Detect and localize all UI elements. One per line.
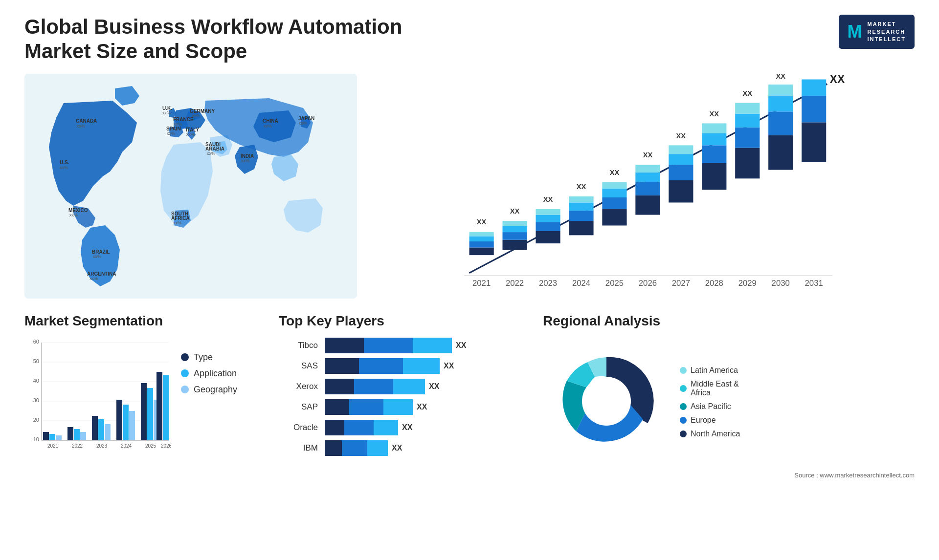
latin-america-dot [680, 367, 687, 374]
svg-text:XX: XX [477, 218, 487, 226]
svg-text:XX: XX [743, 89, 753, 97]
svg-text:U.S.: U.S. [60, 160, 69, 165]
growth-bar-chart: XX XX 2021 XX 2022 [372, 74, 915, 299]
svg-text:2021: 2021 [472, 279, 491, 288]
svg-text:XX: XX [577, 183, 586, 191]
regional-legend: Latin America Middle East &Africa Asia P… [680, 366, 740, 438]
asia-pacific-dot [680, 403, 687, 410]
svg-rect-42 [503, 240, 527, 250]
svg-text:60: 60 [33, 339, 39, 345]
svg-rect-72 [669, 180, 693, 202]
svg-rect-127 [129, 411, 135, 440]
regional-title: Regional Analysis [543, 313, 915, 329]
svg-rect-69 [635, 165, 660, 172]
svg-rect-78 [702, 163, 726, 190]
key-players-section: Top Key Players Tibco XX SAS [279, 313, 523, 456]
svg-text:xx%: xx% [186, 132, 195, 137]
xerox-bar: XX [325, 379, 523, 394]
svg-rect-117 [67, 427, 73, 440]
donut-svg [543, 338, 670, 465]
sap-bar-s3 [383, 399, 413, 415]
svg-text:2022: 2022 [506, 279, 524, 288]
regional-section: Regional Analysis [543, 313, 915, 479]
svg-text:2028: 2028 [705, 279, 723, 288]
svg-text:2026: 2026 [639, 279, 657, 288]
svg-text:xx%: xx% [192, 113, 200, 118]
svg-rect-63 [602, 182, 626, 189]
svg-text:xx%: xx% [89, 276, 98, 281]
svg-text:xx%: xx% [69, 213, 78, 217]
key-players-title: Top Key Players [279, 313, 523, 329]
svg-rect-50 [536, 215, 560, 222]
ibm-bar-s2 [342, 440, 367, 456]
svg-text:xx%: xx% [167, 131, 175, 136]
svg-rect-133 [156, 372, 162, 440]
seg-bar-svg: 60 50 40 30 20 10 [24, 338, 171, 455]
donut-chart [543, 338, 670, 467]
svg-rect-97 [802, 96, 826, 122]
world-map: CANADA xx% U.S. xx% MEXICO xx% BRAZIL xx… [24, 74, 357, 299]
svg-rect-43 [503, 232, 527, 240]
xerox-bar-s2 [354, 379, 393, 394]
svg-rect-38 [470, 236, 494, 241]
svg-text:XX: XX [643, 151, 653, 159]
geography-dot [181, 386, 189, 393]
player-row-xerox: Xerox XX [279, 379, 523, 394]
svg-text:xx%: xx% [173, 220, 181, 225]
svg-text:2025: 2025 [605, 279, 624, 288]
map-svg: CANADA xx% U.S. xx% MEXICO xx% BRAZIL xx… [24, 74, 357, 299]
top-section: CANADA xx% U.S. xx% MEXICO xx% BRAZIL xx… [24, 74, 915, 299]
seg-svg: 60 50 40 30 20 10 [24, 338, 171, 457]
svg-rect-130 [147, 388, 153, 440]
svg-rect-92 [768, 96, 793, 111]
page-wrapper: Global Business Workflow Automation Mark… [0, 0, 939, 560]
svg-text:10: 10 [33, 436, 39, 442]
player-row-oracle: Oracle XX [279, 420, 523, 435]
bar-chart-svg: XX XX 2021 XX 2022 [372, 74, 915, 299]
legend-latin-america: Latin America [680, 366, 740, 375]
svg-rect-44 [503, 226, 527, 232]
sap-bar-s2 [349, 399, 383, 415]
sap-bar-s1 [325, 399, 349, 415]
svg-rect-87 [735, 103, 760, 113]
svg-rect-54 [569, 221, 593, 235]
oracle-bar-s2 [344, 420, 374, 435]
svg-rect-80 [702, 133, 726, 145]
player-row-sas: SAS XX [279, 358, 523, 374]
svg-text:30: 30 [33, 397, 39, 403]
svg-text:2024: 2024 [121, 443, 132, 449]
svg-text:xx%: xx% [241, 158, 249, 163]
svg-text:2025: 2025 [145, 443, 156, 449]
svg-rect-129 [141, 383, 147, 440]
players-list: Tibco XX SAS XX [279, 338, 523, 456]
svg-rect-93 [768, 85, 793, 96]
svg-rect-79 [702, 145, 726, 163]
svg-text:xx%: xx% [162, 110, 171, 115]
svg-rect-66 [635, 195, 660, 215]
svg-text:2031: 2031 [805, 279, 823, 288]
svg-text:20: 20 [33, 417, 39, 423]
svg-rect-67 [635, 182, 660, 195]
europe-dot [680, 417, 687, 424]
sas-bar-s1 [325, 358, 359, 374]
svg-rect-37 [470, 241, 494, 248]
svg-rect-60 [602, 209, 626, 225]
svg-rect-75 [669, 145, 693, 154]
svg-rect-119 [80, 432, 86, 440]
svg-text:CHINA: CHINA [263, 118, 278, 124]
player-row-tibco: Tibco XX [279, 338, 523, 353]
svg-rect-114 [49, 434, 55, 440]
svg-rect-125 [116, 400, 122, 440]
svg-text:xx%: xx% [60, 165, 68, 170]
svg-rect-90 [768, 135, 793, 170]
svg-text:XX: XX [830, 74, 845, 86]
oracle-bar: XX [325, 420, 523, 435]
type-dot [181, 353, 189, 361]
svg-text:xx%: xx% [77, 124, 85, 129]
svg-rect-134 [163, 375, 169, 440]
svg-text:xx%: xx% [93, 254, 101, 259]
player-row-sap: SAP XX [279, 399, 523, 415]
source-text: Source : www.marketresearchintellect.com [543, 472, 915, 479]
middle-east-africa-dot [680, 385, 687, 392]
sap-bar: XX [325, 399, 523, 415]
